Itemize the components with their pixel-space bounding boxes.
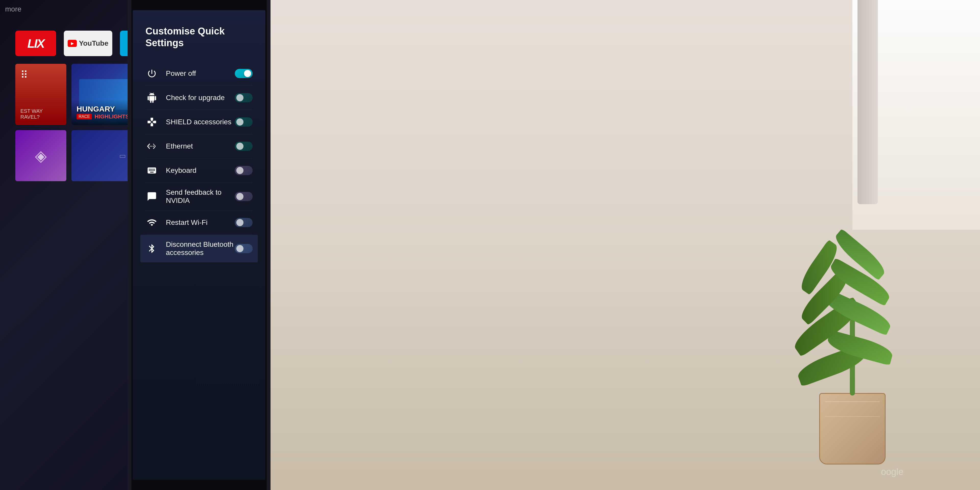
settings-item-shield[interactable]: SHIELD accessories — [145, 110, 253, 134]
wifi-label: Restart Wi-Fi — [166, 218, 235, 227]
settings-item-wifi[interactable]: Restart Wi-Fi — [145, 210, 253, 235]
toggle-knob — [236, 143, 243, 150]
toggle-knob — [236, 167, 243, 174]
more-label: more — [5, 5, 21, 13]
ethernet-label: Ethernet — [166, 142, 235, 150]
settings-item-bluetooth[interactable]: Disconnect Bluetooth accessories — [140, 235, 258, 262]
toggle-knob — [236, 193, 243, 200]
settings-item-power-off[interactable]: Power off — [145, 62, 253, 86]
bluetooth-toggle[interactable] — [235, 244, 253, 253]
race-label: RACE — [76, 114, 92, 119]
power-off-toggle[interactable] — [235, 69, 253, 78]
wifi-icon — [145, 216, 158, 229]
upgrade-toggle[interactable] — [235, 93, 253, 102]
settings-item-upgrade[interactable]: Check for upgrade — [145, 86, 253, 110]
toggle-knob — [244, 70, 251, 77]
plant-decoration — [776, 235, 929, 465]
settings-item-keyboard[interactable]: Keyboard — [145, 159, 253, 183]
keyboard-toggle[interactable] — [235, 166, 253, 175]
settings-panel: Customise Quick Settings Power off Check… — [133, 10, 266, 480]
feedback-icon — [145, 190, 158, 203]
plant-pot — [819, 393, 886, 465]
card-icon-3: ▭ — [119, 151, 126, 160]
keyboard-icon — [145, 164, 158, 177]
highlights-label: HIGHLIGHTS — [94, 113, 129, 120]
shield-label: SHIELD accessories — [166, 118, 235, 126]
ethernet-toggle[interactable] — [235, 142, 253, 151]
feedback-label: Send feedback to NVIDIA — [166, 188, 235, 205]
ethernet-icon — [145, 140, 158, 153]
bluetooth-label: Disconnect Bluetooth accessories — [166, 240, 235, 257]
wifi-toggle[interactable] — [235, 218, 253, 227]
youtube-label: YouTube — [79, 39, 108, 48]
room-background: oogle — [266, 0, 980, 490]
content-card-1[interactable]: ⠿ EST WAYRAVEL? — [15, 64, 66, 125]
youtube-play-icon: ▶ — [68, 40, 77, 47]
google-watermark: oogle — [881, 466, 904, 477]
keyboard-label: Keyboard — [166, 166, 235, 175]
android-icon — [145, 91, 158, 104]
curtain — [858, 0, 878, 204]
settings-item-feedback[interactable]: Send feedback to NVIDIA — [145, 183, 253, 210]
power-off-label: Power off — [166, 69, 235, 78]
settings-item-ethernet[interactable]: Ethernet — [145, 134, 253, 159]
toggle-knob — [236, 118, 243, 126]
settings-title: Customise Quick Settings — [145, 25, 253, 49]
gamepad-icon — [145, 116, 158, 128]
card-label: EST WAYRAVEL? — [21, 108, 61, 120]
shield-toggle[interactable] — [235, 118, 253, 127]
netflix-app[interactable]: LIX — [15, 30, 56, 56]
feedback-toggle[interactable] — [235, 192, 253, 201]
bottom-card-purple[interactable]: ◈ — [15, 130, 66, 181]
toggle-knob — [236, 94, 243, 101]
card-icon-2: ◈ — [35, 147, 47, 165]
power-icon — [145, 67, 158, 80]
toggle-knob — [236, 245, 243, 252]
youtube-app[interactable]: ▶ YouTube — [64, 30, 112, 56]
card-icon: ⠿ — [21, 69, 61, 81]
toggle-knob — [236, 219, 243, 226]
upgrade-label: Check for upgrade — [166, 94, 235, 102]
bluetooth-icon — [145, 242, 158, 255]
